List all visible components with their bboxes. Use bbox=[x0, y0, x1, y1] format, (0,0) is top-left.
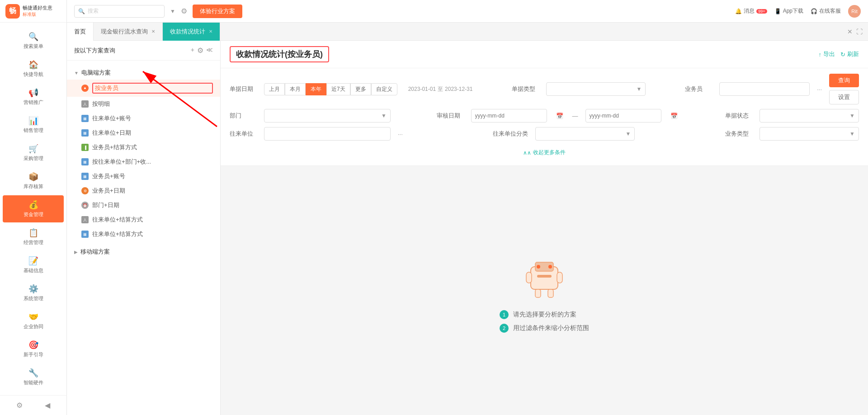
scheme-item-salesperson-settlement[interactable]: ▐ 业务员+结算方式 bbox=[67, 140, 220, 155]
online-service-btn[interactable]: 🎧 在线客服 bbox=[811, 7, 841, 15]
sidebar-item-sales[interactable]: 📊 销售管理 bbox=[3, 111, 64, 138]
left-panel: 按以下方案查询 + ⚙ ≪ ▼ 电脑端方案 bbox=[67, 41, 221, 415]
voucher-type-select[interactable]: ▼ bbox=[546, 82, 646, 96]
refresh-btn[interactable]: ↻ 刷新 bbox=[840, 50, 859, 58]
scheme-item-counterpart-settlement2[interactable]: ▦ 往来单位+结算方式 bbox=[67, 227, 220, 241]
user-avatar[interactable]: Rit bbox=[848, 5, 861, 18]
left-panel-header: 按以下方案查询 + ⚙ ≪ bbox=[67, 41, 220, 61]
sidebar-item-operation[interactable]: 📋 经营管理 bbox=[3, 223, 64, 250]
filter-settings-btn[interactable]: 设置 bbox=[829, 90, 859, 104]
tab-collection-stats[interactable]: 收款情况统计 ✕ bbox=[163, 23, 220, 41]
sidebar-item-search[interactable]: 🔍 搜索菜单 bbox=[3, 27, 64, 54]
mobile-scheme-group-header[interactable]: ▶ 移动端方案 bbox=[67, 245, 220, 259]
maximize-window-btn[interactable]: ⛶ bbox=[856, 28, 863, 35]
export-btn[interactable]: ↑ 导出 bbox=[819, 50, 835, 58]
date-btn-custom[interactable]: 自定义 bbox=[371, 83, 397, 95]
header-dropdown-arrow[interactable]: ▼ bbox=[170, 8, 175, 14]
collapse-icon: ∧∧ bbox=[523, 150, 531, 156]
pc-scheme-group-header[interactable]: ▼ 电脑端方案 bbox=[67, 66, 220, 80]
trial-button[interactable]: 体验行业方案 bbox=[193, 5, 242, 18]
content-lower: 1 请先选择要分析的方案 2 用过滤条件来缩小分析范围 bbox=[221, 166, 868, 415]
tab-bar: 首页 现金银行流水查询 ✕ 收款情况统计 ✕ ✕ ⛶ bbox=[67, 23, 868, 41]
sidebar-item-hardware[interactable]: 🔧 智能硬件 bbox=[3, 363, 64, 391]
date-btn-more[interactable]: 更多 bbox=[350, 83, 371, 95]
app-download-btn[interactable]: 📱 App下载 bbox=[774, 7, 803, 15]
tab-bank-flow[interactable]: 现金银行流水查询 ✕ bbox=[94, 23, 163, 41]
sidebar-item-marketing[interactable]: 📢 营销推广 bbox=[3, 83, 64, 110]
collapse-filter-btn[interactable]: ∧∧ 收起更多条件 bbox=[230, 145, 859, 160]
settings-scheme-btn[interactable]: ⚙ bbox=[197, 46, 203, 55]
review-date-end[interactable] bbox=[585, 109, 661, 123]
home-icon: 🏠 bbox=[28, 60, 38, 70]
sidebar-item-inventory[interactable]: 📦 库存核算 bbox=[3, 167, 64, 194]
collapse-label: 收起更多条件 bbox=[533, 149, 566, 156]
query-button[interactable]: 查询 bbox=[829, 74, 859, 87]
salesperson-more-btn[interactable]: ··· bbox=[817, 86, 822, 93]
scheme-item-counterpart-settlement2-label: 往来单位+结算方式 bbox=[92, 230, 213, 238]
svg-rect-8 bbox=[548, 289, 553, 297]
counterpart-category-select[interactable]: ▼ bbox=[535, 127, 635, 141]
date-btn-this-year[interactable]: 本年 bbox=[306, 83, 326, 95]
sidebar-item-purchase[interactable]: 🛒 采购管理 bbox=[3, 139, 64, 166]
counterpart-select[interactable] bbox=[264, 127, 391, 141]
tab-home[interactable]: 首页 bbox=[67, 23, 94, 41]
sidebar-item-finance[interactable]: 💰 资金管理 bbox=[3, 195, 64, 222]
sidebar-item-quick-nav[interactable]: 🏠 快捷导航 bbox=[3, 55, 64, 82]
tab-bank-flow-close[interactable]: ✕ bbox=[151, 29, 155, 34]
box-icon: 📦 bbox=[28, 172, 38, 182]
counterpart-more-btn[interactable]: ··· bbox=[398, 131, 403, 137]
sidebar-item-wechat[interactable]: 💬 企业微信 bbox=[3, 391, 64, 395]
bell-icon: 🔔 bbox=[735, 8, 742, 14]
user-name: Rit bbox=[851, 9, 857, 14]
pc-group-label: 电脑端方案 bbox=[81, 69, 111, 77]
scheme-item-salesperson-settlement-label: 业务员+结算方式 bbox=[92, 143, 213, 151]
voucher-type-arrow: ▼ bbox=[636, 86, 642, 92]
scheme-item-salesperson-account[interactable]: ▦ 业务员+账号 bbox=[67, 169, 220, 184]
handshake-icon: 🤝 bbox=[28, 312, 38, 322]
date-btn-last-month[interactable]: 上月 bbox=[264, 83, 285, 95]
business-type-select[interactable]: ▼ bbox=[760, 127, 859, 141]
scheme-item-dept-date[interactable]: ⏰ 部门+日期 bbox=[67, 198, 220, 212]
sidebar-item-enterprise[interactable]: 🤝 企业协同 bbox=[3, 307, 64, 335]
scheme-item-counterpart-account[interactable]: ▦ 往来单位+账号 bbox=[67, 111, 220, 126]
add-scheme-btn[interactable]: + bbox=[191, 46, 194, 55]
sidebar-item-system[interactable]: ⚙️ 系统管理 bbox=[3, 279, 64, 307]
scheme-item-by-salesperson[interactable]: ● 按业务员 bbox=[67, 80, 220, 97]
scheme-item-salesperson-date[interactable]: ⚙ 业务员+日期 bbox=[67, 184, 220, 198]
salesperson-icon: ● bbox=[81, 85, 89, 92]
sidebar-item-label: 基础信息 bbox=[24, 267, 43, 274]
voucher-status-select[interactable]: ▼ bbox=[760, 109, 859, 123]
scheme-item-counterpart-dept[interactable]: ▦ 按往来单位+部门+收... bbox=[67, 155, 220, 169]
sidebar-item-basic[interactable]: 📝 基础信息 bbox=[3, 251, 64, 278]
sidebar-settings-btn[interactable]: ⚙ bbox=[16, 401, 23, 410]
svg-rect-5 bbox=[526, 272, 532, 283]
logo-icon: 畅 bbox=[5, 4, 20, 19]
messages-btn[interactable]: 🔔 消息 99+ bbox=[735, 7, 767, 15]
review-date-start[interactable] bbox=[471, 109, 547, 123]
scheme-item-counterpart-date[interactable]: ▦ 往来单位+日期 bbox=[67, 126, 220, 140]
date-end: 2023-12-31 bbox=[445, 86, 472, 92]
target-icon: 🎯 bbox=[28, 340, 38, 350]
voucher-type-label: 单据类型 bbox=[512, 85, 539, 93]
header-gear-icon[interactable]: ⚙ bbox=[181, 7, 187, 15]
collapse-panel-btn[interactable]: ≪ bbox=[206, 46, 213, 55]
salesperson-select[interactable] bbox=[719, 82, 810, 96]
left-panel-title: 按以下方案查询 bbox=[74, 47, 187, 55]
empty-step-2: 2 用过滤条件来缩小分析范围 bbox=[500, 324, 589, 333]
sidebar-collapse-btn[interactable]: ◀ bbox=[45, 401, 50, 410]
tab-collection-stats-close[interactable]: ✕ bbox=[209, 29, 212, 34]
header-search-box[interactable]: 🔍 搜索 bbox=[74, 5, 165, 18]
sidebar-item-guide[interactable]: 🎯 新手引导 bbox=[3, 335, 64, 363]
svg-rect-7 bbox=[535, 289, 541, 297]
dept-select[interactable]: ▼ bbox=[264, 109, 391, 123]
date-btn-last-7-days[interactable]: 近7天 bbox=[326, 83, 350, 95]
close-window-btn[interactable]: ✕ bbox=[847, 28, 853, 35]
scheme-item-counterpart-settlement1[interactable]: 人 往来单位+结算方式 bbox=[67, 212, 220, 227]
date-dash: — bbox=[572, 113, 578, 119]
scheme-item-by-detail[interactable]: 人 按明细 bbox=[67, 97, 220, 111]
mobile-scheme-group: ▶ 移动端方案 bbox=[67, 243, 220, 260]
date-btn-this-month[interactable]: 本月 bbox=[285, 83, 306, 95]
sidebar-item-label: 快捷导航 bbox=[24, 71, 43, 78]
search-icon: 🔍 bbox=[28, 32, 38, 42]
app-download-label: App下载 bbox=[783, 7, 803, 15]
